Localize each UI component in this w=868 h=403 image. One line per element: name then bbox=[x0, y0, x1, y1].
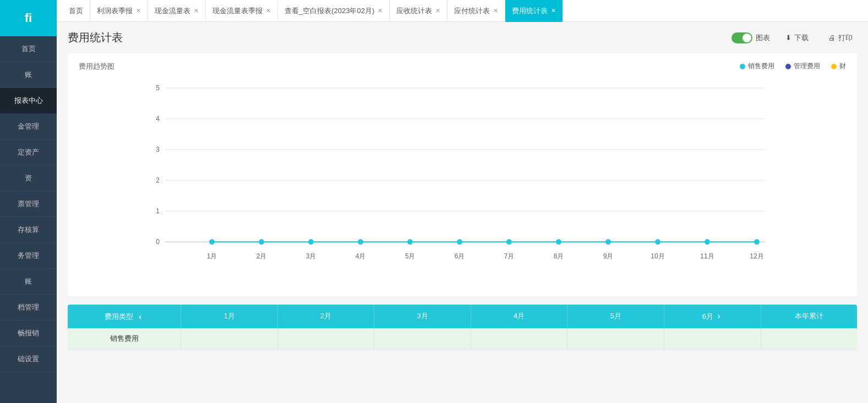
print-button[interactable]: 🖨 打印 bbox=[824, 31, 857, 45]
table-col-type: 费用类型 bbox=[105, 312, 133, 322]
table-cell-ytd bbox=[761, 328, 857, 349]
table-cell-jun bbox=[664, 328, 761, 349]
svg-point-20 bbox=[556, 239, 561, 245]
close-tab-expense[interactable]: ✕ bbox=[551, 7, 556, 14]
svg-point-15 bbox=[308, 239, 314, 245]
table-header-type: 费用类型 ‹ bbox=[68, 305, 181, 328]
legend-label-admin: 管理费用 bbox=[794, 62, 820, 71]
table-header-ytd: 本年累计 bbox=[761, 305, 857, 328]
sidebar-item-inventory[interactable]: 存核算 bbox=[0, 217, 57, 243]
header-actions: 图表 ⬇ 下载 🖨 打印 bbox=[731, 31, 857, 45]
sidebar-item-reports[interactable]: 报表中心 bbox=[0, 88, 57, 114]
svg-text:9月: 9月 bbox=[603, 252, 614, 260]
table-header-row: 费用类型 ‹ 1月 2月 3月 4月 5月 6月 › 本年累计 bbox=[68, 305, 857, 328]
legend-dot-admin bbox=[785, 64, 791, 69]
sidebar-item-capital[interactable]: 资 bbox=[0, 165, 57, 191]
tab-cashflow-quarterly[interactable]: 现金流量表季报 ✕ bbox=[206, 0, 278, 22]
download-button[interactable]: ⬇ 下载 bbox=[781, 31, 813, 45]
svg-text:0: 0 bbox=[156, 238, 160, 246]
close-tab-cashflow[interactable]: ✕ bbox=[194, 7, 199, 14]
svg-text:2: 2 bbox=[156, 176, 160, 184]
close-tab-payable[interactable]: ✕ bbox=[493, 7, 498, 14]
table-header-may: 5月 bbox=[567, 305, 664, 328]
svg-point-21 bbox=[605, 239, 611, 245]
svg-text:3: 3 bbox=[156, 146, 160, 153]
toggle-text: 图表 bbox=[756, 33, 770, 43]
page-header: 费用统计表 图表 ⬇ 下载 🖨 打印 bbox=[68, 30, 857, 45]
sidebar-item-tickets[interactable]: 票管理 bbox=[0, 191, 57, 217]
tab-receivable[interactable]: 应收统计表 ✕ bbox=[390, 0, 447, 22]
chart-svg: 5 4 3 2 1 0 bbox=[79, 77, 846, 286]
chart-container: 费用趋势图 销售费用 管理费用 财 bbox=[68, 53, 857, 296]
page-content: 费用统计表 图表 ⬇ 下载 🖨 打印 费用趋势图 bbox=[57, 22, 868, 403]
legend-label-sales: 销售费用 bbox=[748, 62, 774, 71]
legend-dot-sales bbox=[740, 64, 745, 69]
sidebar-item-home[interactable]: 首页 bbox=[0, 36, 57, 62]
sidebar-item-reimbursement[interactable]: 畅报销 bbox=[0, 321, 57, 346]
svg-text:5: 5 bbox=[156, 84, 160, 92]
svg-point-23 bbox=[705, 239, 710, 245]
svg-text:1月: 1月 bbox=[207, 252, 217, 260]
sidebar-item-cash[interactable]: 金管理 bbox=[0, 114, 57, 140]
svg-point-18 bbox=[457, 239, 462, 245]
sidebar-item-business[interactable]: 务管理 bbox=[0, 243, 57, 269]
close-tab-receivable[interactable]: ✕ bbox=[435, 7, 440, 14]
svg-point-19 bbox=[506, 239, 512, 245]
svg-point-24 bbox=[754, 239, 760, 245]
table-cell-mar bbox=[374, 328, 471, 349]
svg-point-17 bbox=[407, 239, 413, 245]
table-cell-jan bbox=[181, 328, 278, 349]
svg-point-13 bbox=[209, 239, 215, 245]
sidebar-item-assets[interactable]: 定资产 bbox=[0, 140, 57, 165]
tab-bar: 首页 利润表季报 ✕ 现金流量表 ✕ 现金流量表季报 ✕ 查看_空白报表(202… bbox=[57, 0, 868, 22]
table-cell-apr bbox=[471, 328, 568, 349]
svg-text:1: 1 bbox=[156, 207, 160, 215]
close-tab-profit-quarterly[interactable]: ✕ bbox=[136, 7, 141, 14]
svg-text:3月: 3月 bbox=[306, 252, 316, 260]
table-header-mar: 3月 bbox=[374, 305, 471, 328]
svg-text:10月: 10月 bbox=[651, 252, 664, 260]
svg-text:12月: 12月 bbox=[750, 252, 763, 260]
table-section: 费用类型 ‹ 1月 2月 3月 4月 5月 6月 › 本年累计 销售费用 bbox=[68, 305, 857, 350]
close-tab-blank-report[interactable]: ✕ bbox=[378, 7, 383, 14]
svg-point-22 bbox=[655, 239, 660, 245]
tab-home[interactable]: 首页 bbox=[62, 0, 90, 22]
table-header-apr: 4月 bbox=[471, 305, 568, 328]
table-cell-feb bbox=[278, 328, 375, 349]
sidebar-item-archive[interactable]: 档管理 bbox=[0, 295, 57, 321]
tab-blank-report[interactable]: 查看_空白报表(2023年02月) ✕ bbox=[278, 0, 390, 22]
tab-payable[interactable]: 应付统计表 ✕ bbox=[447, 0, 505, 22]
next-arrow[interactable]: › bbox=[716, 311, 723, 321]
table-cell-type: 销售费用 bbox=[68, 328, 181, 349]
svg-text:11月: 11月 bbox=[700, 252, 714, 260]
sidebar: fi 首页 账 报表中心 金管理 定资产 资 票管理 存核算 务管理 账 档管理… bbox=[0, 0, 57, 403]
sidebar-logo: fi bbox=[0, 0, 57, 36]
print-icon: 🖨 bbox=[828, 34, 836, 42]
sidebar-item-settings[interactable]: 础设置 bbox=[0, 346, 57, 372]
svg-text:5月: 5月 bbox=[405, 252, 416, 260]
table-row: 销售费用 bbox=[68, 328, 857, 350]
tab-expense[interactable]: 费用统计表 ✕ bbox=[505, 0, 563, 22]
tab-cashflow[interactable]: 现金流量表 ✕ bbox=[148, 0, 206, 22]
svg-text:2月: 2月 bbox=[256, 252, 267, 260]
table-header-jan: 1月 bbox=[181, 305, 278, 328]
legend-admin: 管理费用 bbox=[785, 62, 820, 71]
chart-legend: 销售费用 管理费用 财 bbox=[740, 62, 846, 71]
main-area: 首页 利润表季报 ✕ 现金流量表 ✕ 现金流量表季报 ✕ 查看_空白报表(202… bbox=[57, 0, 868, 403]
table-cell-may bbox=[567, 328, 664, 349]
sidebar-item-account[interactable]: 账 bbox=[0, 62, 57, 88]
svg-text:7月: 7月 bbox=[504, 252, 515, 260]
chart-title: 费用趋势图 bbox=[79, 62, 114, 71]
svg-point-16 bbox=[358, 239, 363, 245]
close-tab-cashflow-quarterly[interactable]: ✕ bbox=[266, 7, 271, 14]
prev-arrow[interactable]: ‹ bbox=[137, 312, 144, 322]
sidebar-item-ledger[interactable]: 账 bbox=[0, 269, 57, 295]
legend-dot-finance bbox=[831, 64, 837, 69]
svg-text:8月: 8月 bbox=[554, 252, 564, 260]
table-header-jun: 6月 › bbox=[664, 305, 761, 328]
tab-profit-quarterly[interactable]: 利润表季报 ✕ bbox=[90, 0, 148, 22]
page-title: 费用统计表 bbox=[68, 30, 123, 45]
legend-label-finance: 财 bbox=[839, 62, 846, 71]
chart-toggle[interactable] bbox=[731, 32, 752, 43]
table-header-feb: 2月 bbox=[278, 305, 375, 328]
